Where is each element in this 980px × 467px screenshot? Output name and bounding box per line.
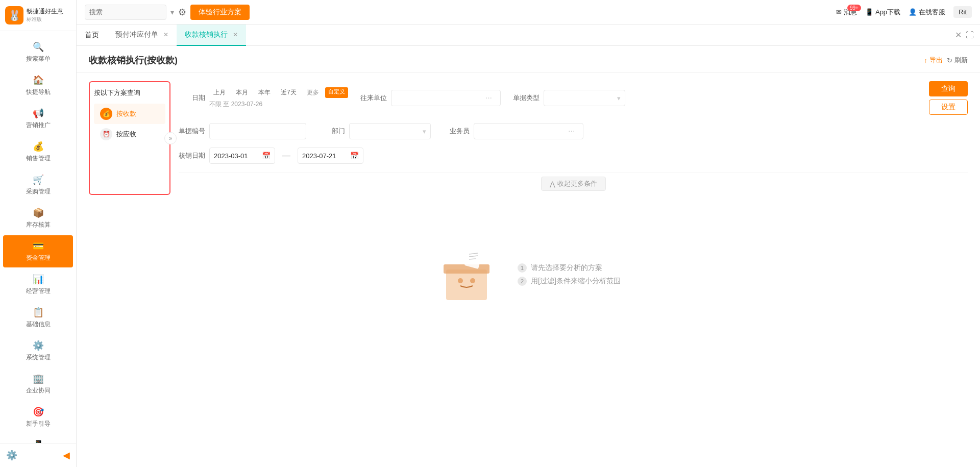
sidebar-item-inventory[interactable]: 📦 库存核算	[3, 202, 73, 234]
doc-type-select[interactable]: ▾	[544, 90, 625, 106]
sidebar-item-sales[interactable]: 💰 销售管理	[3, 136, 73, 168]
setting-button[interactable]: 设置	[929, 100, 968, 115]
partner-input[interactable]	[396, 94, 481, 102]
tab-prepay-close-icon[interactable]: ✕	[163, 31, 168, 38]
calendar-start-icon[interactable]: 📅	[262, 152, 271, 160]
export-button[interactable]: ↑ 导出	[924, 56, 943, 65]
sidebar-item-system[interactable]: ⚙️ 系统管理	[3, 335, 73, 367]
logo-icon: 🐰	[5, 6, 23, 24]
system-icon: ⚙️	[33, 340, 44, 351]
date-tab-7days[interactable]: 近7天	[277, 87, 301, 98]
dropdown-chevron-icon[interactable]: ▾	[170, 8, 174, 16]
filter-row-2: 单据编号 部门 ▾ 业务员	[179, 123, 968, 139]
date-tab-more[interactable]: 更多	[303, 87, 323, 98]
date-tabs: 上月 本月 本年 近7天 更多 自定义	[209, 87, 348, 98]
filter-option-by-receivable[interactable]: ⏰ 按应收	[94, 124, 165, 144]
partner-more-icon[interactable]: ···	[481, 93, 496, 103]
app-download-button[interactable]: 📱 App下载	[865, 8, 900, 17]
staff-more-icon[interactable]: ···	[564, 127, 579, 136]
date-custom-badge[interactable]: 自定义	[325, 87, 348, 98]
staff-label: 业务员	[443, 127, 470, 136]
sidebar-item-hardware[interactable]: 📱 智能硬件	[3, 434, 73, 443]
home-icon: 🏠	[33, 75, 44, 86]
sidebar-item-marketing[interactable]: 📢 营销推广	[3, 103, 73, 135]
verify-date-end-wrap: 📅	[298, 148, 363, 164]
app-download-label: App下载	[875, 8, 900, 17]
industry-solution-button[interactable]: 体验行业方案	[190, 5, 250, 20]
sidebar-item-purchase[interactable]: 🛒 采购管理	[3, 169, 73, 201]
date-label: 日期	[179, 93, 205, 103]
online-service-button[interactable]: 👤 在线客服	[909, 8, 945, 17]
purchase-icon: 🛒	[33, 174, 44, 185]
empty-hint-2: 2 用[过滤]条件来缩小分析范围	[518, 277, 621, 286]
calendar-end-icon[interactable]: 📅	[350, 152, 359, 160]
verify-date-end-input[interactable]	[302, 152, 348, 160]
tab-prepay[interactable]: 预付冲应付单 ✕	[107, 24, 177, 46]
topbar-left: ▾ ⚙ 体验行业方案	[85, 5, 830, 20]
sidebar-item-operation[interactable]: 📊 经营管理	[3, 268, 73, 301]
date-tab-this-month[interactable]: 本月	[232, 87, 252, 98]
tab-home[interactable]: 首页	[77, 24, 107, 46]
service-icon: 👤	[909, 8, 917, 16]
settings-icon[interactable]: ⚙️	[6, 450, 17, 461]
sidebar-item-search[interactable]: 🔍 搜索菜单	[3, 36, 73, 68]
doc-type-field: 单据类型 ▾	[513, 90, 625, 106]
filter-row-3: 核销日期 📅 — 📅	[179, 148, 968, 164]
collapse-sidebar-btn[interactable]: ◀	[63, 450, 70, 461]
inventory-icon: 📦	[33, 207, 44, 218]
dept-select[interactable]: ▾	[349, 123, 431, 139]
step-1-icon: 1	[518, 263, 527, 273]
doc-type-label: 单据类型	[513, 93, 540, 103]
staff-input[interactable]	[478, 128, 564, 135]
page-header: 收款核销执行(按收款) ↑ 导出 ↻ 刷新	[77, 46, 980, 73]
collapse-more-row: ⋀ 收起更多条件	[179, 172, 968, 195]
date-tab-last-month[interactable]: 上月	[209, 87, 230, 98]
verify-date-start-input[interactable]	[214, 152, 260, 160]
marketing-icon: 📢	[33, 108, 44, 119]
receipt-icon: 💰	[100, 108, 112, 120]
filter-option-receipt-label: 按收款	[116, 109, 136, 118]
verify-date-label: 核销日期	[179, 151, 205, 160]
step-2-icon: 2	[518, 277, 527, 286]
receivable-icon: ⏰	[100, 128, 112, 140]
filter-option-receivable-label: 按应收	[116, 130, 136, 139]
phone-icon: 📱	[865, 8, 873, 16]
guide-icon: 🎯	[33, 406, 44, 417]
date-field: 日期 上月 本月 本年 近7天 更多 自定义 不限 至	[179, 87, 348, 109]
doc-no-field: 单据编号	[179, 123, 306, 139]
date-tab-this-year[interactable]: 本年	[254, 87, 275, 98]
filter-option-by-receipt[interactable]: 💰 按收款	[94, 104, 165, 124]
tab-collection-label: 收款核销执行	[185, 30, 228, 39]
partner-field: 往来单位 ···	[360, 90, 501, 106]
collab-icon: 🏢	[33, 373, 44, 384]
sidebar-item-guide[interactable]: 🎯 新手引导	[3, 401, 73, 433]
empty-state: 1 请先选择要分析的方案 2 用[过滤]条件来缩小分析范围	[77, 203, 980, 346]
tabbar-actions: ✕ ⛶	[955, 30, 980, 40]
query-button[interactable]: 查询	[929, 81, 968, 96]
gear-icon[interactable]: ⚙	[178, 7, 186, 18]
date-unlimited-label: 不限 至 2023-07-26	[209, 100, 348, 109]
collapse-filter-button[interactable]: »	[164, 132, 177, 144]
user-profile[interactable]: Rit	[953, 6, 972, 18]
tab-collection-close-icon[interactable]: ✕	[233, 31, 238, 38]
tab-collection[interactable]: 收款核销执行 ✕	[177, 24, 246, 46]
sidebar-bottom: ⚙️ ◀	[0, 443, 76, 467]
empty-svg	[436, 244, 497, 305]
message-button[interactable]: ✉ 消息 99+	[836, 8, 857, 17]
username: Rit	[959, 8, 967, 16]
operation-icon: 📊	[33, 274, 44, 285]
filter-scheme-panel: 按以下方案查询 💰 按收款 ⏰ 按应收 »	[89, 81, 170, 195]
close-tab-icon[interactable]: ✕	[955, 30, 962, 40]
sidebar-item-finance[interactable]: 💳 资金管理	[3, 235, 73, 267]
staff-field: 业务员 ···	[443, 123, 583, 139]
doc-no-input[interactable]	[209, 123, 306, 139]
sidebar-item-collab[interactable]: 🏢 企业协同	[3, 368, 73, 400]
refresh-button[interactable]: ↻ 刷新	[947, 56, 968, 65]
search-input[interactable]	[85, 5, 166, 20]
collapse-more-button[interactable]: ⋀ 收起更多条件	[541, 177, 606, 191]
sidebar-item-basic[interactable]: 📋 基础信息	[3, 302, 73, 334]
export-icon: ↑	[924, 57, 928, 64]
expand-icon[interactable]: ⛶	[966, 31, 974, 40]
refresh-icon: ↻	[947, 57, 952, 64]
sidebar-item-shortcut[interactable]: 🏠 快捷导航	[3, 69, 73, 102]
